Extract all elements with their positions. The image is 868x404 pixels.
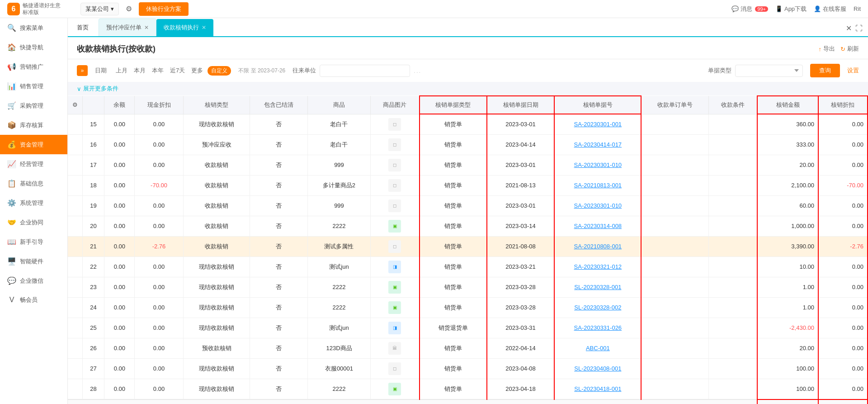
cell-verify-bill-no[interactable]: SA-20230331-026	[554, 318, 641, 338]
cell-verify-bill-no[interactable]: SA-20230414-017	[554, 134, 641, 155]
marketing-icon: 📢	[7, 62, 16, 71]
date-last-7-days[interactable]: 近7天	[168, 66, 187, 76]
user-profile[interactable]: Rit	[854, 5, 861, 12]
sidebar-item-search[interactable]: 🔍 搜索菜单	[0, 18, 67, 38]
tab-minimize-icon[interactable]: ✕	[846, 24, 852, 33]
cell-verify-bill-no[interactable]: SA-20230301-010	[554, 155, 641, 175]
sidebar-item-system[interactable]: ⚙️ 系统管理	[0, 193, 67, 213]
cell-verify-amount: 100.00	[757, 379, 818, 399]
cell-cash-discount: 0.00	[135, 358, 183, 379]
cell-verify-type: 现结收款核销	[183, 277, 250, 297]
cell-verify-bill-no[interactable]: SL-20230328-001	[554, 277, 641, 297]
query-button[interactable]: 查询	[810, 64, 840, 77]
cell-receipt-cond	[708, 277, 757, 297]
cell-verify-bill-no[interactable]: SA-20230301-010	[554, 195, 641, 216]
sidebar-item-wechat[interactable]: 💬 企业微信	[0, 271, 67, 290]
product-img: ◻	[388, 159, 401, 171]
cell-verify-bill-date: 2023-04-18	[487, 379, 554, 399]
sidebar-item-member[interactable]: V 畅会员	[0, 290, 67, 309]
tab-verify-close[interactable]: ✕	[202, 24, 206, 31]
filter-expand-btn[interactable]: »	[77, 65, 88, 76]
settings-icon[interactable]: ⚙	[123, 3, 135, 15]
settings-link[interactable]: 设置	[847, 67, 859, 75]
cell-verify-bill-date: 2022-04-14	[487, 338, 554, 358]
product-img: ▣	[388, 301, 401, 314]
gear-icon[interactable]: ⚙	[72, 101, 78, 108]
app-download-button[interactable]: 📱 App下载	[775, 5, 807, 13]
cell-verify-bill-no[interactable]: SL-20230418-001	[554, 379, 641, 399]
online-service-button[interactable]: 👤 在线客服	[814, 5, 846, 13]
col-header-balance: 余额	[104, 96, 135, 114]
app-icon: 📱	[775, 5, 783, 12]
company-select[interactable]: 某某公司 ▾	[80, 3, 119, 15]
cell-verify-bill-no[interactable]: SA-20210808-001	[554, 236, 641, 257]
expand-more-row[interactable]: ∨ 展开更多条件	[77, 85, 859, 93]
cell-goods: 999	[308, 195, 371, 216]
col-header-gear[interactable]: ⚙	[68, 96, 82, 114]
sidebar-item-nav[interactable]: 🏠 快捷导航	[0, 38, 67, 57]
top-bar: 6 畅捷通谱好生意标准版 某某公司 ▾ ⚙ 休验行业方案 💬 消息 99+ 📱 …	[0, 0, 868, 18]
cell-verify-type: 收款核销	[183, 236, 250, 257]
tab-prepay-close[interactable]: ✕	[144, 24, 149, 31]
cell-seq: 25	[82, 318, 104, 338]
date-more[interactable]: 更多	[189, 66, 205, 76]
cell-verify-bill-no[interactable]: SA-20230301-001	[554, 114, 641, 134]
cell-verify-bill-no[interactable]: SL-20230408-001	[554, 358, 641, 379]
from-unit-input[interactable]	[320, 65, 410, 77]
cell-included-settled: 否	[250, 134, 308, 155]
management-icon: 📈	[7, 160, 16, 168]
tab-maximize-icon[interactable]: ⛶	[855, 24, 863, 33]
cell-verify-discount: 0.00	[818, 297, 868, 318]
cell-cash-discount: 0.00	[135, 318, 183, 338]
tab-prepay[interactable]: 预付冲应付单 ✕	[99, 19, 156, 36]
cell-gear	[68, 134, 82, 155]
sidebar-label-member: 畅会员	[20, 296, 38, 304]
cell-verify-bill-no[interactable]: ABC-001	[554, 338, 641, 358]
service-icon: 👤	[814, 5, 821, 12]
sidebar-item-base-info[interactable]: 📋 基础信息	[0, 174, 67, 193]
col-header-verify-bill-date: 核销单据日期	[487, 96, 554, 114]
voucher-type-select[interactable]	[735, 65, 803, 77]
date-custom-btn[interactable]: 自定义	[208, 66, 231, 76]
cell-verify-bill-no[interactable]: SA-20210813-001	[554, 175, 641, 195]
cell-verify-bill-no[interactable]: SA-20230314-008	[554, 216, 641, 236]
sidebar-item-guide[interactable]: 📖 新手引导	[0, 232, 67, 252]
cell-verify-bill-no[interactable]: SL-20230328-002	[554, 297, 641, 318]
col-header-verify-bill-no: 核销单据号	[554, 96, 641, 114]
export-button[interactable]: ↑ 导出	[819, 45, 835, 53]
cell-seq: 24	[82, 297, 104, 318]
cell-verify-bill-type: 销货单	[420, 277, 487, 297]
sidebar-item-sales[interactable]: 📊 销售管理	[0, 76, 67, 96]
table-row: 24 0.00 0.00 现结收款核销 否 2222 ▣ 销货单 2023-03…	[68, 297, 868, 318]
sidebar-item-collab[interactable]: 🤝 企业协同	[0, 213, 67, 232]
tab-home[interactable]: 首页	[68, 19, 98, 36]
cell-goods-img: ◻	[370, 236, 419, 257]
cell-verify-bill-date: 2023-03-01	[487, 114, 554, 134]
sidebar-item-hardware[interactable]: 🖥️ 智能硬件	[0, 252, 67, 271]
refresh-button[interactable]: ↻ 刷新	[840, 45, 859, 53]
sidebar-item-inventory[interactable]: 📦 库存核算	[0, 115, 67, 135]
export-icon: ↑	[819, 46, 822, 52]
cell-verify-bill-no[interactable]: SA-20230321-012	[554, 257, 641, 277]
cell-balance: 0.00	[104, 257, 135, 277]
date-last-month[interactable]: 上月	[114, 66, 129, 76]
member-icon: V	[7, 296, 16, 304]
sidebar-item-finance[interactable]: 💰 资金管理	[0, 135, 67, 154]
cell-receipt-order-no	[641, 216, 708, 236]
industry-button[interactable]: 休验行业方案	[139, 2, 189, 16]
message-button[interactable]: 💬 消息 99+	[731, 5, 768, 13]
cell-verify-bill-type: 销货单	[420, 155, 487, 175]
cell-verify-type: 现结收款核销	[183, 379, 250, 399]
cell-verify-bill-type: 销货单	[420, 134, 487, 155]
date-this-month[interactable]: 本月	[132, 66, 147, 76]
tab-verify[interactable]: 收款核销执行 ✕	[156, 19, 213, 36]
cell-gear	[68, 114, 82, 134]
sidebar-item-purchase[interactable]: 🛒 采购管理	[0, 96, 67, 115]
cell-verify-amount: 20.00	[757, 155, 818, 175]
date-this-year[interactable]: 本年	[150, 66, 165, 76]
sidebar-item-management[interactable]: 📈 经营管理	[0, 154, 67, 174]
cell-receipt-cond	[708, 236, 757, 257]
cell-gear	[68, 338, 82, 358]
sidebar-label-nav: 快捷导航	[20, 43, 43, 52]
sidebar-item-marketing[interactable]: 📢 营销推广	[0, 57, 67, 76]
